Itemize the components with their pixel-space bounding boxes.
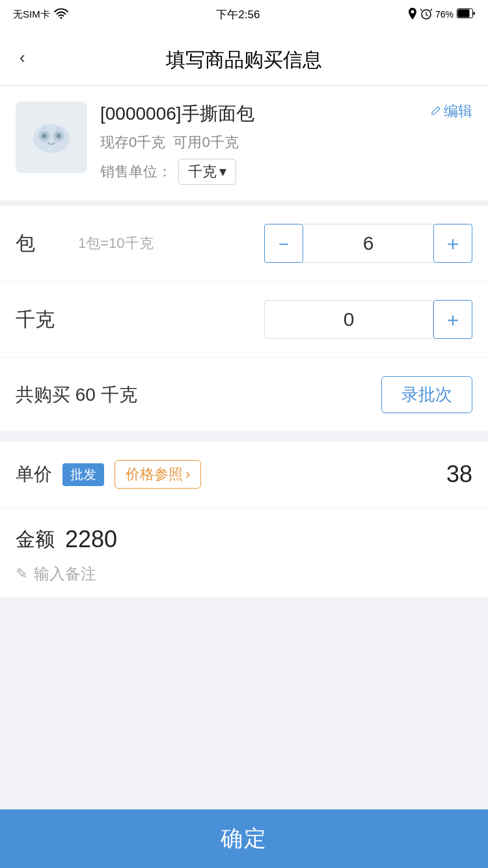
status-time: 下午2:56 xyxy=(216,7,260,22)
carrier-label: 无SIM卡 xyxy=(13,8,50,21)
back-button[interactable]: ‹ xyxy=(13,40,32,74)
price-ref-label: 价格参照 xyxy=(126,465,183,484)
alarm-icon xyxy=(420,8,432,21)
kilogram-plus-button[interactable]: ＋ xyxy=(433,300,472,339)
amount-section: 金额 2280 ✎ 输入备注 xyxy=(0,508,488,597)
svg-rect-2 xyxy=(457,10,469,18)
edit-button[interactable]: 编辑 xyxy=(431,102,472,121)
price-section: 单价 批发 价格参照 › 38 xyxy=(0,442,488,508)
total-text: 共购买 60 千克 xyxy=(16,383,137,407)
note-label: 输入备注 xyxy=(34,563,96,584)
product-section: [0000006]手撕面包 现存0千克 可用0千克 销售单位： 千克 ▾ 编辑 xyxy=(0,86,488,206)
note-icon: ✎ xyxy=(16,565,27,582)
kilogram-quantity-input[interactable] xyxy=(264,300,433,339)
battery-percent: 76% xyxy=(435,9,454,20)
product-stock: 现存0千克 可用0千克 xyxy=(100,133,472,152)
total-row: 共购买 60 千克 录批次 xyxy=(0,358,488,437)
kilogram-label: 千克 xyxy=(16,306,68,333)
separator-1 xyxy=(0,437,488,442)
wifi-icon xyxy=(54,8,68,21)
price-label: 单价 xyxy=(16,462,52,487)
page-title: 填写商品购买信息 xyxy=(166,47,322,74)
svg-point-3 xyxy=(33,124,70,153)
empty-space xyxy=(0,597,488,806)
package-minus-button[interactable]: － xyxy=(264,224,303,263)
package-quantity-input[interactable] xyxy=(303,224,433,263)
svg-point-8 xyxy=(43,135,46,138)
package-plus-button[interactable]: ＋ xyxy=(433,224,472,263)
location-icon xyxy=(408,8,417,21)
price-batch-tag: 批发 xyxy=(62,463,104,486)
unit-label: 销售单位： xyxy=(100,162,172,182)
confirm-button[interactable]: 确定 xyxy=(0,809,488,868)
price-ref-button[interactable]: 价格参照 › xyxy=(115,460,201,489)
package-row: 包 1包=10千克 － ＋ xyxy=(0,206,488,282)
nav-bar: ‹ 填写商品购买信息 xyxy=(0,29,488,86)
product-info: [0000006]手撕面包 现存0千克 可用0千克 销售单位： 千克 ▾ xyxy=(100,102,472,185)
batch-button[interactable]: 录批次 xyxy=(381,376,472,413)
dropdown-arrow-icon: ▾ xyxy=(219,163,226,180)
battery-icon xyxy=(457,8,475,20)
status-left: 无SIM卡 xyxy=(13,8,68,21)
unit-selector[interactable]: 千克 ▾ xyxy=(178,159,236,185)
amount-value: 2280 xyxy=(65,526,117,553)
status-bar: 无SIM卡 下午2:56 76% xyxy=(0,0,488,29)
amount-row: 金额 2280 xyxy=(16,526,472,553)
package-section: 包 1包=10千克 － ＋ 千克 ＋ xyxy=(0,206,488,358)
package-hint: 1包=10千克 xyxy=(78,234,254,253)
edit-icon xyxy=(431,103,441,120)
package-quantity-control: － ＋ xyxy=(264,224,472,263)
product-image xyxy=(16,102,87,173)
kilogram-row: 千克 ＋ xyxy=(0,282,488,358)
amount-label: 金额 xyxy=(16,526,55,553)
note-row[interactable]: ✎ 输入备注 xyxy=(16,563,472,584)
price-ref-arrow-icon: › xyxy=(185,466,190,483)
price-value: 38 xyxy=(446,461,472,488)
svg-point-9 xyxy=(57,135,61,138)
product-unit-row: 销售单位： 千克 ▾ xyxy=(100,159,472,185)
status-right: 76% xyxy=(408,8,475,21)
package-label: 包 xyxy=(16,230,68,257)
product-name: [0000006]手撕面包 xyxy=(100,102,472,126)
